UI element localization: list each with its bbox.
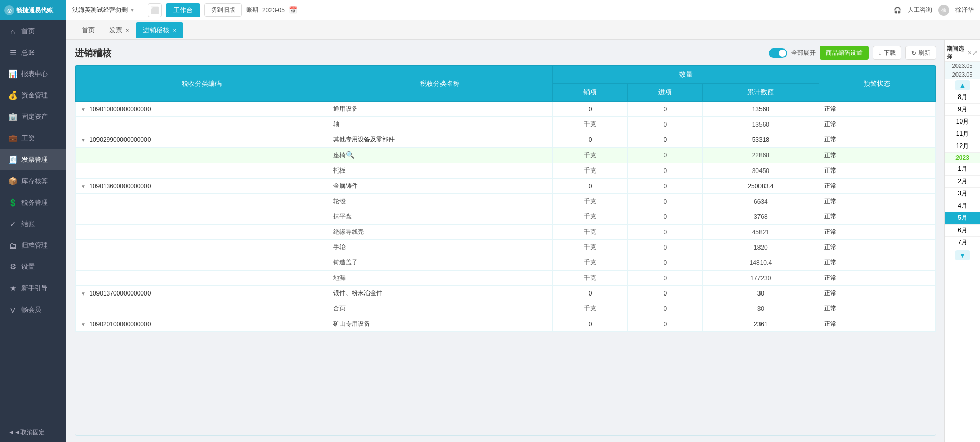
td-total: 30 <box>702 301 819 316</box>
td-code: ▼ 109013600000000000 <box>76 179 328 194</box>
tabbar: 首页 发票 × 进销稽核 × <box>66 20 980 40</box>
sidebar-item-tax[interactable]: 💲 税务管理 <box>0 192 66 213</box>
sidebar-item-reports[interactable]: 📊 报表中心 <box>0 63 66 85</box>
code-setting-button[interactable]: 商品编码设置 <box>820 46 869 60</box>
td-sales: 0 <box>553 316 628 332</box>
td-status: 正常 <box>819 271 935 286</box>
td-unit: 千克 <box>553 255 628 271</box>
panel-nav-down-button[interactable]: ▼ <box>955 250 970 260</box>
td-unit: 千克 <box>553 117 628 132</box>
td-unit: 千克 <box>553 163 628 179</box>
th-tax-name: 税收分类名称 <box>328 66 552 102</box>
period-month-item[interactable]: 3月 <box>945 188 980 200</box>
main-body: 进销稽核 全部展开 商品编码设置 ↓ 下载 ↻ 刷新 <box>66 40 980 442</box>
page-actions: 全部展开 商品编码设置 ↓ 下载 ↻ 刷新 <box>769 46 936 60</box>
refresh-icon: ↻ <box>911 50 916 57</box>
tab-invoice-close[interactable]: × <box>126 27 129 33</box>
period-month-item[interactable]: 11月 <box>945 128 980 140</box>
td-sales: 0 <box>553 102 628 117</box>
td-status: 正常 <box>819 255 935 271</box>
download-label: 下载 <box>884 48 896 57</box>
td-status: 正常 <box>819 286 935 301</box>
td-code <box>76 240 328 255</box>
th-total: 累计数额 <box>702 84 819 102</box>
td-status: 正常 <box>819 179 935 194</box>
expand-icon[interactable]: ▼ <box>81 107 86 112</box>
period-month-item[interactable]: 8月 <box>945 91 980 104</box>
company-selector[interactable]: 沈海英测试经营勿删 ▼ <box>72 6 135 14</box>
page-content: 进销稽核 全部展开 商品编码设置 ↓ 下载 ↻ 刷新 <box>66 40 944 442</box>
avatar: 徐 <box>938 5 949 16</box>
calendar-icon[interactable]: 📅 <box>289 6 297 14</box>
td-code: ▼ 109010000000000000 <box>76 102 328 117</box>
sidebar-item-salary[interactable]: 💼 工资 <box>0 128 66 149</box>
expand-icon[interactable]: ▼ <box>81 184 86 189</box>
period-month-item[interactable]: 1月 <box>945 163 980 176</box>
period-month-item[interactable]: 4月 <box>945 200 980 212</box>
download-button[interactable]: ↓ 下载 <box>873 46 901 60</box>
td-code <box>76 255 328 271</box>
panel-nav-up-button[interactable]: ▲ <box>955 80 970 90</box>
expand-toggle[interactable] <box>769 48 787 58</box>
td-status: 正常 <box>819 163 935 179</box>
td-sales: 0 <box>628 148 703 163</box>
sidebar-item-ledger[interactable]: ☰ 总账 <box>0 42 66 63</box>
expand-icon[interactable]: ▼ <box>81 291 86 297</box>
sidebar-item-assets[interactable]: 🏢 固定资产 <box>0 106 66 128</box>
sidebar-item-label: 税务管理 <box>21 198 48 207</box>
td-code <box>76 271 328 286</box>
support-icon: 🎧 <box>894 7 901 14</box>
tab-invoice[interactable]: 发票 × <box>102 22 136 38</box>
td-total: 3768 <box>702 209 819 225</box>
tab-check[interactable]: 进销稽核 × <box>136 22 183 38</box>
support-label[interactable]: 人工咨询 <box>908 6 932 14</box>
workbench-button[interactable]: 工作台 <box>166 3 200 17</box>
td-total: 1820 <box>702 240 819 255</box>
tab-home[interactable]: 首页 <box>75 22 102 38</box>
sidebar-item-checkout[interactable]: ✓ 结账 <box>0 213 66 235</box>
settings-icon: ⚙ <box>8 262 17 272</box>
sidebar-item-guide[interactable]: ★ 新手引导 <box>0 278 66 299</box>
td-code: ▼ 109020100000000000 <box>76 316 328 332</box>
sidebar-item-finance[interactable]: 💰 资金管理 <box>0 85 66 106</box>
period-month-item[interactable]: 2月 <box>945 176 980 188</box>
td-sales: 0 <box>553 132 628 148</box>
period-month-item[interactable]: 5月 <box>945 212 980 225</box>
period-month-item[interactable]: 6月 <box>945 225 980 237</box>
td-purchase: 0 <box>628 102 703 117</box>
sidebar-item-inventory[interactable]: 📦 库存核算 <box>0 170 66 192</box>
td-unit: 千克 <box>553 240 628 255</box>
td-total: 30 <box>702 286 819 301</box>
th-tax-code: 税收分类编码 <box>76 66 328 102</box>
sidebar-item-settings[interactable]: ⚙ 设置 <box>0 256 66 278</box>
period-month-item[interactable]: 9月 <box>945 104 980 116</box>
period-month-item[interactable]: 2023 <box>945 153 980 163</box>
expand-icon[interactable]: ▼ <box>81 137 86 143</box>
topbar-separator-1 <box>141 5 141 15</box>
old-version-button[interactable]: 切到旧版 <box>204 3 242 17</box>
td-name: 合页 <box>328 301 552 316</box>
period-month-item[interactable]: 12月 <box>945 140 980 153</box>
save-icon-button[interactable]: ⬜ <box>148 3 162 17</box>
td-purchase: 0 <box>628 179 703 194</box>
table-row: ▼ 109029900000000000 其他专用设备及零部件 0 0 5331… <box>76 132 936 148</box>
refresh-button[interactable]: ↻ 刷新 <box>905 46 936 60</box>
panel-close-icon[interactable]: × <box>968 48 972 57</box>
invoice-icon: 🧾 <box>8 155 17 164</box>
tax-icon: 💲 <box>8 198 17 207</box>
period-month-item[interactable]: 7月 <box>945 237 980 249</box>
th-sales: 销项 <box>553 84 628 102</box>
sidebar-item-archive[interactable]: 🗂 归档管理 <box>0 235 66 256</box>
sidebar-item-home[interactable]: ⌂ 首页 <box>0 20 66 42</box>
table-row: 托板 千克 0 30450 正常 <box>76 163 936 179</box>
refresh-label: 刷新 <box>918 48 930 57</box>
td-total: 14810.4 <box>702 255 819 271</box>
sidebar-item-invoice[interactable]: 🧾 发票管理 <box>0 149 66 170</box>
period-month-item[interactable]: 10月 <box>945 116 980 128</box>
sidebar-item-member[interactable]: V 畅会员 <box>0 299 66 321</box>
tab-check-close[interactable]: × <box>173 27 176 33</box>
panel-expand-icon[interactable]: ⤢ <box>972 48 978 57</box>
unpin-button[interactable]: ◄◄取消固定 <box>0 423 66 442</box>
expand-icon[interactable]: ▼ <box>81 322 86 327</box>
search-icon[interactable]: 🔍 <box>346 151 354 159</box>
